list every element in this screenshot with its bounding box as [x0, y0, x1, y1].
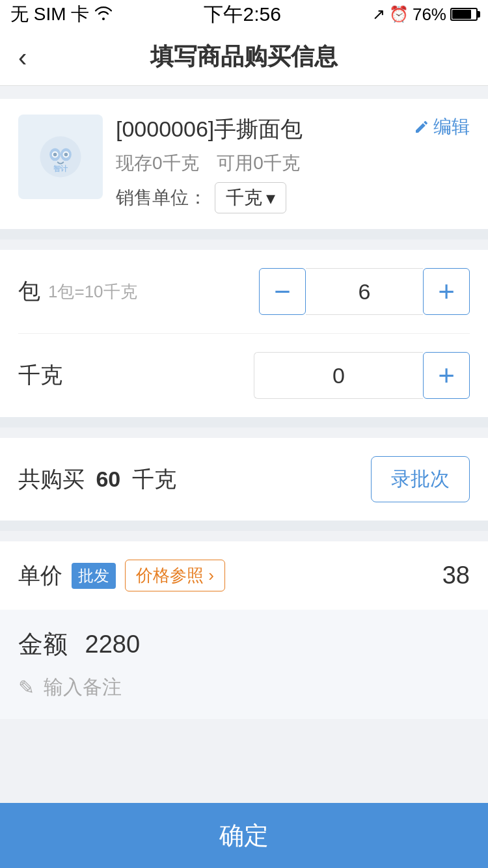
product-image: 智计	[18, 115, 103, 199]
svg-point-5	[53, 153, 57, 157]
total-section: 共购买 60 千克 录批次	[0, 438, 488, 521]
bao-row: 包 1包=10千克 − +	[18, 250, 470, 334]
record-batch-button[interactable]: 录批次	[371, 456, 470, 502]
available-label: 可用0千克	[217, 153, 300, 173]
amount-row: 金额 2280	[18, 628, 470, 661]
product-unit-row: 销售单位： 千克 ▾	[116, 182, 470, 213]
edit-button[interactable]: 编辑	[414, 115, 470, 139]
price-ref-button[interactable]: 价格参照 ›	[125, 560, 225, 591]
kg-quantity-control: +	[254, 352, 470, 399]
unit-value: 千克	[226, 185, 262, 210]
carrier-label: 无 SIM 卡	[10, 2, 89, 27]
unit-select[interactable]: 千克 ▾	[215, 182, 286, 213]
unit-label: 销售单位：	[116, 185, 207, 210]
kg-input[interactable]	[254, 352, 423, 399]
bao-quantity-control: − +	[259, 268, 470, 315]
kg-row: 千克 +	[18, 334, 470, 417]
bao-minus-button[interactable]: −	[259, 268, 306, 315]
bao-label-group: 包 1包=10千克	[18, 277, 137, 306]
product-logo-icon: 智计	[38, 134, 83, 180]
svg-point-6	[64, 153, 68, 157]
battery-percent: 76%	[413, 5, 446, 25]
wifi-icon	[94, 4, 113, 25]
status-time: 下午2:56	[204, 1, 280, 28]
bao-label: 包	[18, 277, 40, 306]
svg-text:智计: 智计	[53, 165, 68, 172]
product-card: 智计 [0000006]手撕面包 现存0千克 可用0千克 销售单位： 千克 ▾ …	[0, 99, 488, 229]
quantity-section: 包 1包=10千克 − + 千克 +	[0, 250, 488, 417]
amount-label: 金额	[18, 631, 68, 658]
unit-dropdown-icon: ▾	[266, 187, 275, 209]
kg-label-text: 千克	[18, 360, 62, 390]
note-row[interactable]: ✎ 输入备注	[18, 674, 470, 701]
section-divider-2	[0, 417, 488, 427]
status-right: ↗ ⏰ 76%	[372, 5, 478, 25]
amount-value: 2280	[85, 631, 141, 658]
confirm-bar[interactable]: 确定	[0, 803, 488, 868]
total-unit: 千克	[132, 467, 176, 491]
section-divider-1	[0, 229, 488, 239]
edit-label: 编辑	[433, 115, 470, 139]
edit-icon	[414, 119, 429, 135]
status-bar: 无 SIM 卡 下午2:56 ↗ ⏰ 76%	[0, 0, 488, 29]
back-button[interactable]: ‹	[18, 44, 27, 70]
nav-bar: ‹ 填写商品购买信息	[0, 29, 488, 86]
battery-icon	[450, 8, 478, 21]
price-badge: 批发	[72, 563, 116, 589]
section-divider-3	[0, 521, 488, 531]
status-left: 无 SIM 卡	[10, 2, 113, 27]
total-label: 共购买 60 千克	[18, 465, 176, 495]
price-section: 单价 批发 价格参照 › 38	[0, 541, 488, 610]
amount-section: 金额 2280 ✎ 输入备注	[0, 610, 488, 719]
alarm-icon: ⏰	[389, 5, 409, 23]
stock-label: 现存0千克	[116, 153, 199, 173]
product-stock: 现存0千克 可用0千克	[116, 151, 470, 176]
bao-plus-button[interactable]: +	[423, 268, 470, 315]
page-title: 填写商品购买信息	[150, 41, 338, 73]
price-value: 38	[442, 562, 470, 590]
total-prefix: 共购买	[18, 467, 85, 491]
kg-plus-button[interactable]: +	[423, 352, 470, 399]
price-label-row: 单价 批发 价格参照 ›	[18, 560, 225, 591]
bao-hint: 1包=10千克	[48, 280, 137, 303]
kg-label: 千克	[18, 360, 62, 390]
total-amount: 60	[96, 467, 120, 491]
pencil-icon: ✎	[18, 676, 34, 699]
confirm-button[interactable]: 确定	[219, 819, 269, 852]
location-icon: ↗	[372, 5, 385, 23]
note-placeholder: 输入备注	[44, 674, 122, 701]
bao-input[interactable]	[306, 268, 423, 315]
price-label: 单价	[18, 561, 62, 591]
